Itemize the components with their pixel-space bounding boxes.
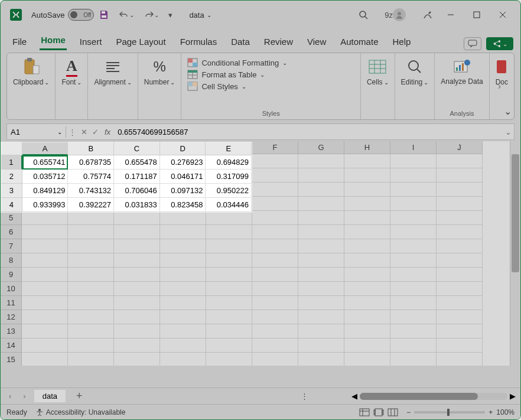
cell-G9[interactable] [298,268,344,282]
cancel-formula-button[interactable]: ✕ [79,128,90,136]
tab-page-layout[interactable]: Page Layout [115,33,167,50]
cell-G12[interactable] [298,310,344,324]
cell-B14[interactable] [68,338,114,353]
hscroll-thumb[interactable] [360,393,478,400]
editing-icon[interactable] [407,57,422,77]
tab-file[interactable]: File [11,33,28,50]
cell-F7[interactable] [252,239,298,253]
enter-formula-button[interactable]: ✓ [90,128,101,136]
cell-J5[interactable] [437,211,483,225]
namebox-more-icon[interactable]: ⋮ [66,128,79,136]
cell-C12[interactable] [114,310,160,324]
cell-H3[interactable] [344,183,390,197]
cell-C7[interactable] [114,239,160,253]
sheet-nav-prev[interactable]: ‹ [5,392,15,401]
col-header-H[interactable]: H [344,141,390,154]
cell-H13[interactable] [344,324,390,338]
cell-F1[interactable] [252,154,298,168]
save-icon[interactable] [95,7,113,22]
cell-I10[interactable] [390,282,437,296]
row-header-6[interactable]: 6 [1,225,22,239]
cells-label[interactable]: Cells⌄ [367,78,389,86]
cell-H10[interactable] [344,282,390,296]
editing-label[interactable]: Editing⌄ [401,78,429,86]
cell-H8[interactable] [344,253,390,268]
maximize-button[interactable] [464,3,490,27]
cell-B10[interactable] [68,282,114,296]
alignment-label[interactable]: Alignment⌄ [94,78,131,86]
cell-H14[interactable] [344,338,390,353]
cell-I6[interactable] [390,225,437,239]
cell-B9[interactable] [68,268,114,282]
cell-A5[interactable] [22,211,68,225]
cell-D15[interactable] [160,353,206,366]
cell-G3[interactable] [298,183,344,197]
cell-A6[interactable] [22,225,68,239]
col-header-J[interactable]: J [437,141,483,154]
row-header-5[interactable]: 5 [1,211,22,225]
cell-B8[interactable] [68,253,114,268]
cell-D5[interactable] [160,211,206,225]
tab-help[interactable]: Help [391,33,412,50]
cell-J9[interactable] [437,268,483,282]
horizontal-scrollbar[interactable]: ◀ ▶ [313,392,516,401]
cell-I5[interactable] [390,211,437,225]
cell-E15[interactable] [206,353,252,366]
row-header-11[interactable]: 11 [1,296,22,310]
cell-F6[interactable] [252,225,298,239]
name-box[interactable]: A1 ⌄ [7,126,66,138]
tab-view[interactable]: View [306,33,327,50]
cell-E6[interactable] [206,225,252,239]
cell-H11[interactable] [344,296,390,310]
redo-button[interactable]: ⌄ [140,8,162,21]
cell-A11[interactable] [22,296,68,310]
cell-I2[interactable] [390,168,437,183]
cell-J3[interactable] [437,183,483,197]
cell-F14[interactable] [252,338,298,353]
view-page-layout-icon[interactable] [373,408,384,416]
cell-F13[interactable] [252,324,298,338]
cell-F11[interactable] [252,296,298,310]
analyze-icon[interactable] [453,57,471,77]
cell-E8[interactable] [206,253,252,268]
share-button[interactable]: ⌄ [486,37,513,50]
cell-A12[interactable] [22,310,68,324]
cell-J13[interactable] [437,324,483,338]
cell-C8[interactable] [114,253,160,268]
row-header-8[interactable]: 8 [1,253,22,268]
doc-icon[interactable] [496,57,507,77]
cell-J14[interactable] [437,338,483,353]
tab-automate[interactable]: Automate [339,33,379,50]
font-label[interactable]: Font⌄ [61,78,82,86]
cell-I8[interactable] [390,253,437,268]
zoom-slider[interactable] [414,411,485,414]
cell-B7[interactable] [68,239,114,253]
cell-I15[interactable] [390,353,437,366]
zoom-in-button[interactable]: + [489,408,493,416]
cell-D12[interactable] [160,310,206,324]
cell-J11[interactable] [437,296,483,310]
cell-I9[interactable] [390,268,437,282]
cell-D8[interactable] [160,253,206,268]
close-button[interactable] [490,3,516,27]
cell-G7[interactable] [298,239,344,253]
autosave-toggle[interactable]: Off [68,9,94,21]
view-page-break-icon[interactable] [388,408,398,416]
cell-F10[interactable] [252,282,298,296]
accessibility-status[interactable]: Accessibility: Unavailable [35,408,126,416]
cell-A9[interactable] [22,268,68,282]
cell-D6[interactable] [160,225,206,239]
search-button[interactable] [355,8,372,22]
cell-C14[interactable] [114,338,160,353]
hscroll-left-icon[interactable]: ◀ [351,392,357,401]
row-header-9[interactable]: 9 [1,268,22,282]
cell-styles-button[interactable]: Cell Styles⌄ [187,82,246,91]
cell-G15[interactable] [298,353,344,366]
col-header-F[interactable]: F [252,141,298,154]
cell-I1[interactable] [390,154,437,168]
collapse-ribbon-button[interactable]: ⌄ [504,106,512,117]
tab-formulas[interactable]: Formulas [179,33,219,50]
cell-G11[interactable] [298,296,344,310]
cell-B5[interactable] [68,211,114,225]
clipboard-label[interactable]: Clipboard⌄ [13,78,49,86]
